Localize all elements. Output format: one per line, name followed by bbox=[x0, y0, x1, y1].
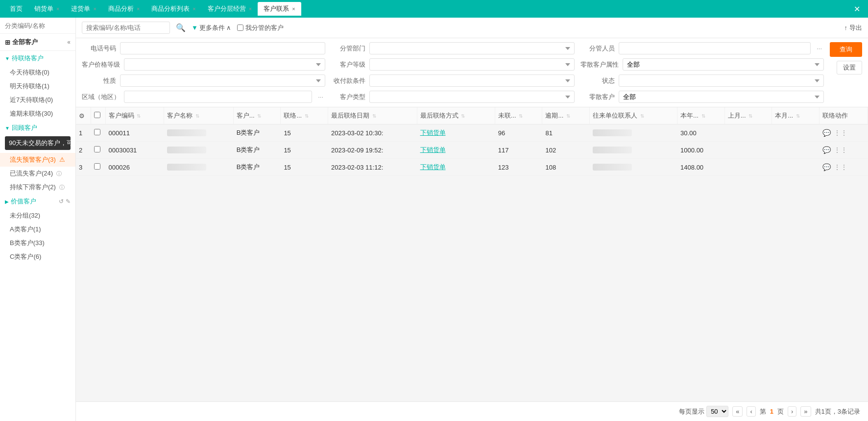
zero-customer-select[interactable]: 全部 bbox=[619, 91, 824, 103]
sidebar-item-ungroup[interactable]: 未分组(32) bbox=[0, 209, 75, 223]
row-last-method-1[interactable]: 下销货单 bbox=[417, 142, 495, 159]
row-checkbox-2[interactable] bbox=[91, 159, 105, 176]
row-checkbox-0[interactable] bbox=[91, 124, 105, 142]
sidebar-item-today[interactable]: 今天待联络(0) bbox=[0, 66, 75, 79]
more-conditions-label: 更多条件 bbox=[199, 24, 225, 32]
nav-tab-goods-list-close[interactable]: × bbox=[193, 6, 195, 12]
my-customers-checkbox[interactable] bbox=[237, 25, 243, 31]
action-more-icon-2[interactable]: ⋮⋮ bbox=[834, 163, 847, 171]
col-code[interactable]: 客户编码 ⇅ bbox=[105, 107, 164, 124]
region-label: 区域（地区） bbox=[82, 93, 120, 101]
action-chat-icon-1[interactable]: 💬 bbox=[822, 146, 831, 154]
region-input[interactable] bbox=[124, 91, 312, 103]
sidebar-all-customers[interactable]: ⊞ 全部客户 « bbox=[0, 34, 75, 51]
col-contact-person[interactable]: 往来单位联系人 ⇅ bbox=[590, 107, 677, 124]
status-select[interactable] bbox=[619, 74, 824, 87]
sidebar-item-churn-warning[interactable]: 流失预警客户(3) ⚠ bbox=[0, 153, 75, 167]
more-conditions-button[interactable]: ▼ 更多条件 ∧ bbox=[192, 24, 231, 32]
nav-tab-home[interactable]: 首页 bbox=[4, 2, 28, 16]
sidebar-item-class-b[interactable]: B类客户(33) bbox=[0, 236, 75, 250]
col-type[interactable]: 客户... ⇅ bbox=[233, 107, 281, 124]
action-chat-icon-2[interactable]: 💬 bbox=[822, 163, 831, 171]
sidebar-item-class-c[interactable]: C类客户(6) bbox=[0, 250, 75, 264]
filter-search-button[interactable]: 🔍 bbox=[176, 23, 186, 32]
sidebar-group-pending[interactable]: ▼ 待联络客户 bbox=[0, 51, 75, 66]
select-all-checkbox[interactable] bbox=[94, 112, 100, 118]
prev-page-button[interactable]: ‹ bbox=[747, 406, 755, 417]
nav-tab-sales[interactable]: 销货单 × bbox=[28, 2, 65, 16]
nav-tab-purchase-close[interactable]: × bbox=[93, 6, 96, 12]
sort-icon-contact: ⇅ bbox=[305, 113, 309, 119]
row-last-method-2[interactable]: 下销货单 bbox=[417, 159, 495, 176]
filter-search-input[interactable] bbox=[82, 22, 170, 34]
zero-attr-select[interactable]: 全部 bbox=[623, 58, 824, 71]
sidebar-search-input[interactable] bbox=[5, 22, 76, 29]
row-checkbox-1[interactable] bbox=[91, 142, 105, 159]
row-last-method-0[interactable]: 下销货单 bbox=[417, 124, 495, 142]
action-more-icon-0[interactable]: ⋮⋮ bbox=[834, 129, 847, 137]
action-more-icon-1[interactable]: ⋮⋮ bbox=[834, 146, 847, 154]
export-button[interactable]: ↑ 导出 bbox=[844, 24, 863, 32]
col-checkbox[interactable] bbox=[91, 107, 105, 124]
nav-tab-purchase[interactable]: 进货单 × bbox=[65, 2, 102, 16]
table-scroll-wrap[interactable]: ⚙ 客户编码 ⇅ 客户名称 ⇅ bbox=[76, 107, 868, 401]
sort-icon-person: ⇅ bbox=[640, 113, 644, 119]
sidebar-group-review[interactable]: ▼ 回顾客户 bbox=[0, 121, 75, 135]
nav-tab-customer-contact[interactable]: 客户联系 × bbox=[258, 2, 301, 16]
export-icon: ↑ bbox=[844, 24, 848, 31]
collapse-icon[interactable]: « bbox=[67, 39, 71, 46]
col-settings[interactable]: ⚙ bbox=[76, 107, 91, 124]
sidebar-item-declining[interactable]: 持续下滑客户(2) ⓘ bbox=[0, 180, 75, 194]
sidebar-item-class-a[interactable]: A类客户(1) bbox=[0, 223, 75, 236]
col-last-method[interactable]: 最后联络方式 ⇅ bbox=[417, 107, 495, 124]
my-customers-checkbox-label[interactable]: 我分管的客户 bbox=[237, 24, 284, 32]
person-dots-button[interactable]: ··· bbox=[815, 45, 824, 52]
region-dots-button[interactable]: ··· bbox=[316, 93, 325, 100]
phone-input[interactable] bbox=[120, 42, 325, 54]
next-page-button[interactable]: › bbox=[788, 406, 796, 417]
sidebar-item-7days[interactable]: 近7天待联络(0) bbox=[0, 93, 75, 107]
row-name-2 bbox=[164, 159, 234, 176]
gender-select[interactable] bbox=[120, 74, 325, 87]
col-contact-count[interactable]: 联络... ⇅ bbox=[281, 107, 328, 124]
price-level-select[interactable] bbox=[124, 58, 325, 71]
nav-tab-customer-layer-label: 客户分层经营 bbox=[208, 4, 246, 13]
query-button[interactable]: 查询 bbox=[830, 42, 862, 57]
nav-tab-customer-layer[interactable]: 客户分层经营 × bbox=[202, 2, 258, 16]
payment-select[interactable] bbox=[369, 74, 575, 87]
last-page-button[interactable]: » bbox=[800, 406, 811, 417]
first-page-button[interactable]: « bbox=[732, 406, 743, 417]
col-current-month[interactable]: 本月... ⇅ bbox=[772, 107, 820, 124]
sidebar-item-tomorrow[interactable]: 明天待联络(1) bbox=[0, 79, 75, 93]
refresh-icon[interactable]: ↺ bbox=[59, 198, 64, 205]
sidebar-item-overdue[interactable]: 逾期未联络(30) bbox=[0, 107, 75, 121]
col-no-contact[interactable]: 未联... ⇅ bbox=[495, 107, 542, 124]
col-last-month[interactable]: 上月... ⇅ bbox=[724, 107, 772, 124]
customer-type-select[interactable] bbox=[369, 91, 575, 103]
sidebar-group-value[interactable]: ▶ 价值客户 ↺ ✎ bbox=[0, 194, 75, 209]
settings-button[interactable]: 设置 bbox=[837, 61, 862, 74]
per-page-select[interactable]: 50 bbox=[706, 406, 728, 417]
col-current-year[interactable]: 本年... ⇅ bbox=[677, 107, 725, 124]
row-action-1[interactable]: 💬 ⋮⋮ bbox=[819, 142, 868, 159]
nav-tab-customer-contact-close[interactable]: × bbox=[292, 6, 295, 12]
nav-tab-sales-close[interactable]: × bbox=[56, 6, 59, 12]
person-input[interactable] bbox=[619, 42, 811, 54]
col-last-date[interactable]: 最后联络日期 ⇅ bbox=[328, 107, 417, 124]
col-overdue[interactable]: 逾期... ⇅ bbox=[542, 107, 590, 124]
table-settings-icon[interactable]: ⚙ bbox=[79, 112, 85, 120]
dept-select[interactable] bbox=[369, 42, 575, 54]
row-action-2[interactable]: 💬 ⋮⋮ bbox=[819, 159, 868, 176]
customer-level-select[interactable] bbox=[369, 58, 575, 71]
nav-tab-customer-layer-close[interactable]: × bbox=[249, 6, 252, 12]
row-action-0[interactable]: 💬 ⋮⋮ bbox=[819, 124, 868, 142]
sidebar-item-churned[interactable]: 已流失客户(24) ⓘ bbox=[0, 167, 75, 180]
nav-tab-goods-analysis[interactable]: 商品分析 × bbox=[102, 2, 145, 16]
window-close-button[interactable]: ✕ bbox=[850, 4, 864, 14]
nav-tab-goods-analysis-label: 商品分析 bbox=[108, 4, 134, 13]
col-name[interactable]: 客户名称 ⇅ bbox=[164, 107, 234, 124]
edit-icon[interactable]: ✎ bbox=[66, 198, 71, 205]
nav-tab-goods-list[interactable]: 商品分析列表 × bbox=[145, 2, 201, 16]
nav-tab-goods-analysis-close[interactable]: × bbox=[137, 6, 140, 12]
action-chat-icon-0[interactable]: 💬 bbox=[822, 129, 831, 137]
